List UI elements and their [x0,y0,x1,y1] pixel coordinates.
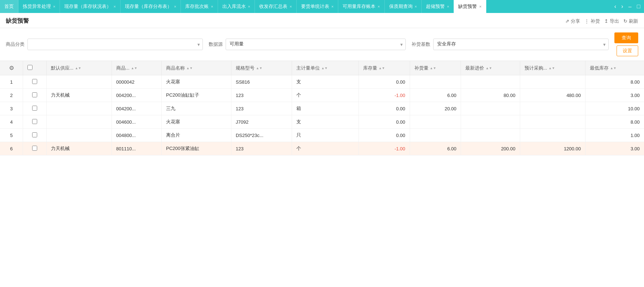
tab-nav-buttons: ‹ › ‒ □ [611,3,644,11]
datasource-select[interactable]: 可用量 [226,39,406,50]
tab-shortage[interactable]: 缺货预警 × [454,0,486,13]
row-min-stock-4: 8.00 [585,115,644,129]
tab-expiry[interactable]: 保质期查询 × [385,0,422,13]
row-replenish-qty-6: 6.00 [410,142,461,155]
row-select-2[interactable] [32,92,37,97]
export-button[interactable]: ↥ 导出 [604,18,619,25]
tab-inventory-status[interactable]: 现存量（库存状况表） × [60,0,120,13]
tab-collect-close[interactable]: × [290,4,292,9]
th-supplier[interactable]: 默认供应... ▲▼ [46,61,112,75]
row-spec-6: 123 [231,142,292,155]
table-wrapper: ⚙ 默认供应... ▲▼ 商品... ▲▼ [0,61,644,155]
th-spec-sort: ▲▼ [256,66,262,70]
th-stock[interactable]: 库存量 ▲▼ [358,61,410,75]
tab-prev-button[interactable]: ‹ [612,3,618,10]
row-spec-1: SS816 [231,75,292,89]
tab-flow[interactable]: 出入库流水 × [218,0,255,13]
tab-inventory-status-close[interactable]: × [113,4,116,9]
row-select-5[interactable] [32,132,37,137]
share-icon: ⇗ [565,18,569,24]
row-est-purchase-4 [520,115,585,129]
tab-inventory-dist[interactable]: 现存量（库存分布表） × [121,0,181,13]
page-title: 缺货预警 [6,17,29,25]
tab-overstock-close[interactable]: × [447,4,449,9]
tab-minimize-button[interactable]: ‒ [626,3,634,11]
th-goods-name[interactable]: 商品名称 ▲▼ [162,61,231,75]
share-button[interactable]: ⇗ 分享 [565,18,580,25]
tab-expiry-close[interactable]: × [415,4,417,9]
row-stock-4: 0.00 [358,115,410,129]
tab-demand-close[interactable]: × [331,4,334,9]
th-spec[interactable]: 规格型号 ▲▼ [231,61,292,75]
select-all-checkbox[interactable] [27,65,32,70]
row-supplier-2: 力天机械 [46,89,112,102]
row-checkbox-1[interactable] [23,75,46,89]
row-unit-6: 个 [292,142,358,155]
tab-flow-close[interactable]: × [248,4,250,9]
row-latest-price-2: 80.00 [461,89,520,102]
row-spec-5: DS250*23c... [231,129,292,142]
th-latest-price[interactable]: 最新进价 ▲▼ [461,61,520,75]
replenish-base-filter-group: 补货基数 安全库存 ▾ [412,39,609,50]
tab-home[interactable]: 首页 [0,0,18,13]
th-goods-code[interactable]: 商品... ▲▼ [112,61,161,75]
row-checkbox-4[interactable] [23,115,46,129]
refresh-button[interactable]: ↻ 刷新 [623,18,638,25]
th-est-purchase-sort: ▲▼ [549,66,555,70]
row-stock-5: 0.00 [358,129,410,142]
tab-overstock[interactable]: 超储预警 × [422,0,454,13]
th-est-purchase[interactable]: 预计采购... ▲▼ [520,61,585,75]
tab-maximize-button[interactable]: □ [635,3,643,10]
tab-abnormal-close[interactable]: × [53,4,55,9]
tab-available[interactable]: 可用量库存账本 × [338,0,384,13]
query-button[interactable]: 查询 [614,32,638,43]
tab-abnormal[interactable]: 拣货异常处理 × [18,0,60,13]
table-row: 4 004600... 火花塞 J7092 支 0.00 8.00 [0,115,644,129]
row-replenish-qty-1 [410,75,461,89]
tab-collect[interactable]: 收发存汇总表 × [255,0,296,13]
tab-available-close[interactable]: × [378,4,380,9]
row-checkbox-2[interactable] [23,89,46,102]
table-row: 6 力天机械 801110... PC200张紧油缸 123 个 -1.00 6… [0,142,644,155]
row-select-1[interactable] [32,79,37,84]
row-checkbox-5[interactable] [23,129,46,142]
row-select-3[interactable] [32,106,37,111]
tab-shortage-close[interactable]: × [479,4,481,9]
row-latest-price-4 [461,115,520,129]
row-num-1: 1 [0,75,23,89]
gear-icon[interactable]: ⚙ [9,65,14,71]
tab-batch-close[interactable]: × [211,4,213,9]
category-select[interactable] [27,39,203,50]
replenish-base-select[interactable]: 安全库存 [433,39,609,50]
th-min-stock[interactable]: 最低库存 ▲▼ [585,61,644,75]
row-latest-price-5 [461,129,520,142]
tab-inventory-status-label: 现存量（库存状况表） [64,3,111,10]
tab-batch[interactable]: 库存批次账 × [181,0,218,13]
tab-demand[interactable]: 要货单统计表 × [297,0,338,13]
th-unit-sort: ▲▼ [321,66,328,70]
row-latest-price-1 [461,75,520,89]
replenish-button[interactable]: ⋮ 补货 [584,18,600,25]
tab-next-button[interactable]: › [619,3,625,10]
th-unit[interactable]: 主计量单位 ▲▼ [292,61,358,75]
th-goods-name-label: 商品名称 [166,65,185,71]
th-replenish-qty[interactable]: 补货量 ▲▼ [410,61,461,75]
row-latest-price-6: 200.00 [461,142,520,155]
tab-inventory-dist-close[interactable]: × [174,4,176,9]
row-unit-4: 支 [292,115,358,129]
tab-shortage-label: 缺货预警 [458,3,477,10]
row-replenish-qty-4 [410,115,461,129]
row-est-purchase-5 [520,129,585,142]
row-spec-3: 123 [231,102,292,115]
th-supplier-label: 默认供应... [51,65,74,71]
row-select-6[interactable] [32,146,37,151]
page-content: 缺货预警 ⇗ 分享 ⋮ 补货 ↥ 导出 ↻ 刷新 商品分类 [0,13,644,287]
th-min-stock-label: 最低库存 [590,65,609,71]
row-select-4[interactable] [32,119,37,124]
row-spec-2: 123 [231,89,292,102]
settings-button[interactable]: 设置 [617,45,638,56]
row-checkbox-3[interactable] [23,102,46,115]
row-est-purchase-2: 480.00 [520,89,585,102]
row-checkbox-6[interactable] [23,142,46,155]
th-gear[interactable]: ⚙ [0,61,23,75]
